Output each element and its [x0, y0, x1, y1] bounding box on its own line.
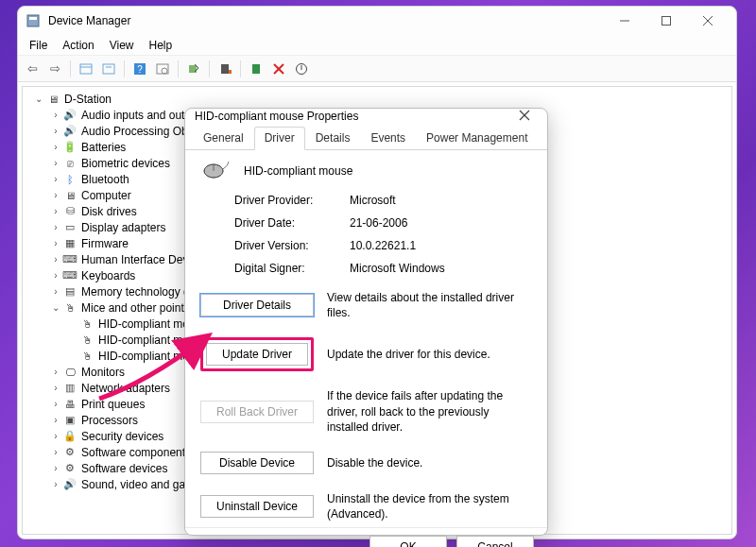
mouse-icon: 🖱: [79, 316, 94, 332]
display-icon: ▭: [62, 220, 77, 235]
version-label: Driver Version:: [234, 239, 350, 252]
tab-driver[interactable]: Driver: [254, 127, 305, 150]
battery-icon: 🔋: [62, 140, 77, 155]
chevron-right-icon[interactable]: ›: [49, 238, 62, 248]
uninstall-device-desc: Uninstall the device from the system (Ad…: [327, 491, 532, 521]
app-icon: [26, 13, 41, 28]
computer-icon: 🖥: [45, 92, 60, 107]
tab-general[interactable]: General: [193, 127, 254, 150]
chevron-down-icon[interactable]: ⌄: [32, 94, 45, 104]
dialog-title: HID-compliant mouse Properties: [195, 110, 511, 123]
dialog-footer: OK Cancel: [185, 527, 547, 547]
svg-rect-8: [103, 64, 114, 74]
chevron-right-icon[interactable]: ›: [49, 479, 62, 489]
separator: [209, 60, 210, 77]
uninstall-icon[interactable]: [215, 59, 235, 79]
chevron-right-icon[interactable]: ›: [49, 367, 62, 377]
menu-help[interactable]: Help: [142, 39, 180, 52]
close-button[interactable]: [687, 8, 729, 34]
chevron-right-icon[interactable]: ›: [49, 286, 62, 297]
chevron-right-icon[interactable]: ›: [49, 222, 62, 232]
keyboard-icon: ⌨: [62, 268, 77, 283]
chevron-right-icon[interactable]: ›: [49, 399, 62, 409]
signer-label: Digital Signer:: [234, 262, 350, 275]
audio-icon: 🔊: [62, 124, 77, 139]
maximize-button[interactable]: [645, 8, 687, 34]
close-icon[interactable]: [511, 109, 538, 124]
tree-label: Computer: [81, 189, 131, 202]
device-name: HID-compliant mouse: [244, 164, 352, 178]
disk-icon: ⛁: [62, 204, 77, 219]
tree-label: Monitors: [81, 366, 125, 379]
separator: [70, 60, 71, 77]
menu-view[interactable]: View: [102, 39, 142, 52]
svg-rect-16: [229, 70, 232, 74]
chevron-right-icon[interactable]: ›: [49, 447, 62, 457]
menubar: File Action View Help: [18, 35, 736, 56]
tree-label: Display adapters: [81, 221, 165, 234]
cancel-button[interactable]: Cancel: [456, 536, 534, 547]
svg-rect-6: [80, 64, 92, 74]
svg-rect-0: [27, 15, 39, 26]
bluetooth-icon: ᛒ: [62, 172, 77, 187]
scan-hardware-icon[interactable]: [246, 59, 266, 79]
ok-button[interactable]: OK: [369, 536, 447, 547]
annotation-highlight: Update Driver: [200, 337, 314, 371]
update-driver-icon[interactable]: [183, 59, 204, 79]
titlebar: Device Manager: [18, 7, 736, 35]
tab-strip: General Driver Details Events Power Mana…: [185, 124, 547, 150]
signer-value: Microsoft Windows: [350, 262, 532, 275]
disable-device-button[interactable]: Disable Device: [200, 452, 314, 474]
chevron-right-icon[interactable]: ›: [49, 174, 62, 184]
processor-icon: ▣: [62, 413, 77, 428]
chevron-right-icon[interactable]: ›: [49, 126, 62, 136]
security-icon: 🔒: [62, 429, 77, 444]
chevron-down-icon[interactable]: ⌄: [49, 302, 62, 313]
tab-power-management[interactable]: Power Management: [416, 127, 538, 150]
back-icon[interactable]: ⇦: [22, 59, 43, 79]
scan-icon[interactable]: [152, 59, 173, 79]
menu-file[interactable]: File: [22, 39, 55, 52]
tree-root[interactable]: ⌄🖥D-Station: [25, 91, 730, 107]
remove-icon[interactable]: [268, 59, 289, 79]
show-hidden-icon[interactable]: [76, 59, 96, 79]
help-icon[interactable]: ?: [129, 59, 150, 79]
update-driver-button[interactable]: Update Driver: [206, 343, 308, 366]
mouse-icon: 🖱: [79, 333, 94, 348]
window-controls: [604, 8, 729, 34]
driver-details-desc: View details about the installed driver …: [327, 290, 532, 320]
svg-rect-15: [221, 64, 229, 74]
mouse-icon: 🖱: [79, 349, 94, 364]
svg-point-13: [162, 68, 167, 74]
chevron-right-icon[interactable]: ›: [49, 415, 62, 425]
separator: [240, 60, 241, 77]
tree-label: D-Station: [64, 93, 112, 106]
driver-details-button[interactable]: Driver Details: [200, 294, 314, 316]
chevron-right-icon[interactable]: ›: [49, 110, 62, 120]
chevron-right-icon[interactable]: ›: [49, 270, 62, 281]
tree-label: Security devices: [81, 430, 163, 443]
uninstall-device-button[interactable]: Uninstall Device: [200, 495, 314, 518]
chevron-right-icon[interactable]: ›: [49, 142, 62, 152]
tab-events[interactable]: Events: [360, 127, 416, 150]
tab-details[interactable]: Details: [305, 127, 361, 150]
chevron-right-icon[interactable]: ›: [49, 206, 62, 216]
tree-label: Biometric devices: [81, 157, 170, 170]
disable-icon[interactable]: [291, 59, 312, 79]
chevron-right-icon[interactable]: ›: [49, 383, 62, 393]
monitor-icon: 🖵: [62, 365, 77, 380]
chevron-right-icon[interactable]: ›: [49, 190, 62, 200]
svg-rect-17: [252, 64, 260, 74]
properties-icon[interactable]: [98, 59, 119, 79]
tree-label: Keyboards: [81, 269, 135, 282]
chevron-right-icon[interactable]: ›: [49, 463, 62, 473]
chevron-right-icon[interactable]: ›: [49, 254, 62, 265]
menu-action[interactable]: Action: [55, 39, 101, 52]
update-driver-desc: Update the driver for this device.: [327, 347, 532, 362]
dialog-body: HID-compliant mouse Driver Provider: Mic…: [185, 150, 547, 527]
forward-icon[interactable]: ⇨: [44, 59, 65, 79]
chevron-right-icon[interactable]: ›: [49, 158, 62, 168]
chevron-right-icon[interactable]: ›: [49, 431, 62, 441]
svg-rect-3: [662, 17, 671, 26]
minimize-button[interactable]: [604, 8, 645, 34]
